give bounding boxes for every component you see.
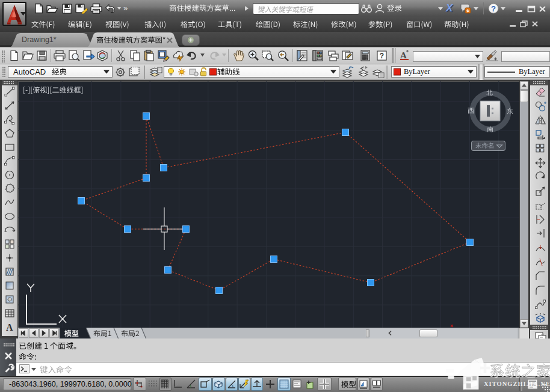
svg-text:A: A — [6, 322, 13, 332]
svg-text:?: ? — [380, 52, 384, 60]
svg-text:A: A — [400, 51, 407, 60]
svg-text:?: ? — [491, 4, 496, 13]
